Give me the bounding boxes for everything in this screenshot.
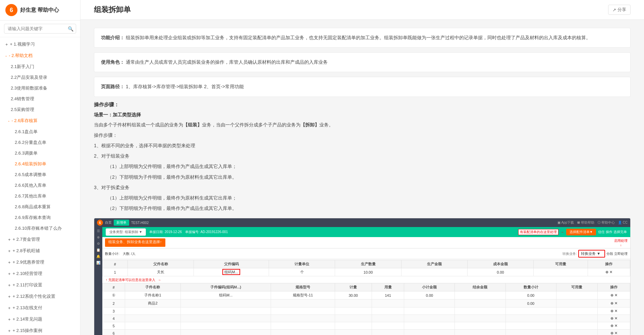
share-button[interactable]: ↗ 分享 xyxy=(608,5,631,15)
sidebar-item-cost-calc[interactable]: 2.6.8商品成本重算 xyxy=(0,202,80,212)
sidebar-item-sales[interactable]: 2.4销售管理 xyxy=(0,94,80,104)
sidebar-item-stocktake[interactable]: 2.6.1盘点单 xyxy=(0,126,80,137)
sidebar-item-other-in[interactable]: 2.6.6其他入库单 xyxy=(0,180,80,191)
plus-icon: + xyxy=(5,42,8,47)
annotation-4: ↑ 无固定清单可以任意在这里录入 xyxy=(106,278,155,282)
mock-header-bar: 业务类型: 组装拆卸 ▼ 单据日期: 2019-12-26 单据编号: AD-2… xyxy=(102,227,630,237)
path-text: 1、库存核算->库存管理->组装拆卸单 2、首页->常用功能 xyxy=(126,84,244,89)
sidebar-item-docs[interactable]: - - 2.帮助文档 xyxy=(0,50,80,61)
sidebar-item-faq[interactable]: + + 2.14常见问题 xyxy=(0,314,80,325)
step-2-1: （1）上部明细为父件明细，最终作为产成品生成其它入库单； xyxy=(94,162,631,171)
ops-steps-title: 操作步骤： xyxy=(94,131,631,139)
share-icon: ↗ xyxy=(612,7,616,12)
plus-icon-custom: + xyxy=(8,294,11,299)
sidebar-item-coupon[interactable]: + + 2.9优惠券管理 xyxy=(0,257,80,268)
table-row: 5⊕ ✕ xyxy=(103,322,630,330)
sidebar-item-mobile[interactable]: + + 2.8手机旺辅 xyxy=(0,245,80,257)
step-3: 3、对于拆柔业务 xyxy=(94,183,631,192)
intro-text: 组装拆卸单用来处理企业组装或拆卸等加工业务，支持有固定装配清单的产品加工业务，也… xyxy=(126,35,591,40)
sidebar-item-video[interactable]: + + 1.视频学习 xyxy=(0,39,80,50)
sidebar-item-new[interactable]: 2.1新手入门 xyxy=(0,61,80,72)
mock-logo: 6 xyxy=(97,220,103,226)
sidebar-item-inventory[interactable]: - - 2.6库存核算 xyxy=(0,115,80,126)
table-row: 6⊕ ✕ xyxy=(103,330,630,335)
role-label: 使用角色： xyxy=(101,59,124,65)
table-row: 1 天长 组码M... 个 10.00 0.00 ⊕ ✕ xyxy=(103,268,630,276)
mock-child-table: # 子件名称 子件编码(组码M...) 规格型号 计量 用量 小计金额 结余金额… xyxy=(102,283,630,335)
mock-top-nav: 6 自页 新增单 TEST-H002 ▣ App下载 ☎ 帮助帮助 ◎ 帮助中心… xyxy=(94,218,630,227)
plus-icon-cases: + xyxy=(8,328,11,333)
step-3-2: （2）下部明细为子件明细，最终作为产成品生成其它入库单。 xyxy=(94,204,631,213)
sidebar-item-stock-err[interactable]: 2.6.10库存账本错了么办 xyxy=(0,223,80,234)
step-3-1: （1）上部明细为父件明细，最终作为原材料生成其它出库单； xyxy=(94,194,631,202)
plus-icon-faq: + xyxy=(8,317,11,322)
step-1: 1、根据不同的业务，选择不同单据的类型来处理 xyxy=(94,142,631,150)
mock-parent-table: # 父件名称 父件编码 计量单位 生产数量 生产金额 成本金额 可用量 操作 xyxy=(102,260,630,276)
mock-main-area: 业务类型: 组装拆卸 ▼ 单据日期: 2019-12-26 单据编号: AD-2… xyxy=(102,227,630,335)
scene1-desc: 当由多个子件材料组装成一个成品的业务为【组装】业务，当由一个父件拆分成多个子产品… xyxy=(94,121,631,129)
nav-section: + + 1.视频学习 - - 2.帮助文档 2.1新手入门 2.2产品安装及登录… xyxy=(0,37,80,335)
plus-icon-online-pay: + xyxy=(8,305,11,311)
sidebar-header: 6 好生意 帮助中心 xyxy=(0,0,80,20)
sidebar-item-purchase[interactable]: 2.5采购管理 xyxy=(0,104,80,115)
step-2: 2、对于组装业务 xyxy=(94,152,631,160)
minus-icon-inventory: - xyxy=(8,118,9,123)
sidebar: 6 好生意 帮助中心 🔍 + + 1.视频学习 - - 2.帮助文档 2.1新手… xyxy=(0,0,80,335)
table-row: 3⊕ ✕ xyxy=(103,308,630,315)
sidebar-item-custom[interactable]: + + 2.12系统个性化设置 xyxy=(0,291,80,302)
mock-content-area: ☰ ⊕ ⚙ 📋 🔔 📊 业务类型: 组装拆卸 ▼ 单据日期: 2019-12-2… xyxy=(94,227,630,335)
sidebar-item-operation[interactable]: + + 2.10经营管理 xyxy=(0,268,80,279)
plus-icon-finance: + xyxy=(8,237,11,242)
page-title: 组装拆卸单 xyxy=(94,5,131,15)
role-block: 使用角色： 通常由生产人员或库管人员完成拆装业务的操作，库管人员确认原材料的出库… xyxy=(94,52,631,72)
sidebar-item-install[interactable]: 2.2产品安装及登录 xyxy=(0,72,80,83)
sidebar-item-adjust[interactable]: 2.6.3调拨单 xyxy=(0,148,80,159)
mock-left-icons: ☰ ⊕ ⚙ 📋 🔔 📊 xyxy=(94,227,102,335)
plus-icon-print: + xyxy=(8,283,11,288)
table-row: 4⊕ ✕ xyxy=(103,315,630,322)
annotation-4-area: ↑ 无固定清单可以任意在这里录入 ← xyxy=(102,277,630,283)
mock-form-fields: 数量小计: 大数: /人 转换业务: 转换业务 ▼ 分段 立即处理 xyxy=(102,248,630,259)
app-name: 好生意 帮助中心 xyxy=(20,7,59,14)
main-content: 组装拆卸单 ↗ 分享 功能介绍： 组装拆卸单用来处理企业组装或拆卸等加工业务，支… xyxy=(80,0,644,335)
path-label: 页面路径： xyxy=(101,84,124,89)
mock-sub-toolbar: 组装业务、拆卸业务在这里选择↑ 启用处理 ↓ xyxy=(102,237,630,248)
minus-icon: - xyxy=(5,53,7,58)
top-bar: 组装拆卸单 ↗ 分享 xyxy=(80,0,644,20)
sidebar-item-stock-check[interactable]: 2.6.9库存账本查询 xyxy=(0,212,80,223)
search-icon[interactable]: 🔍 xyxy=(68,26,73,32)
role-text: 通常由生产人员或库管人员完成拆装业务的操作，库管人员确认原材料的出库和产成品的入… xyxy=(126,59,328,65)
mock-btn-config: 选择配件清单▼ xyxy=(566,229,596,235)
mock-child-table-area: # 子件名称 子件编码(组码M...) 规格型号 计量 用量 小计金额 结余金额… xyxy=(102,283,630,335)
intro-label: 功能介绍： xyxy=(101,35,124,40)
content-body: 功能介绍： 组装拆卸单用来处理企业组装或拆卸等加工业务，支持有固定装配清单的产品… xyxy=(80,20,644,335)
sidebar-item-cases[interactable]: + + 2.15操作案例 xyxy=(0,325,80,335)
plus-icon-mobile: + xyxy=(8,248,11,254)
mock-parent-table-area: # 父件名称 父件编码 计量单位 生产数量 生产金额 成本金额 可用量 操作 xyxy=(102,259,630,277)
table-row: 2 商品2 0.00 ⊕ xyxy=(103,299,630,308)
sidebar-item-other-out[interactable]: 2.6.7其他出库单 xyxy=(0,191,80,202)
screenshot-mockup: 6 自页 新增单 TEST-H002 ▣ App下载 ☎ 帮助帮助 ◎ 帮助中心… xyxy=(94,218,631,335)
sidebar-item-partial[interactable]: 2.6.2分量盘点单 xyxy=(0,137,80,148)
sidebar-item-cost[interactable]: 2.6.5成本调整单 xyxy=(0,169,80,180)
sidebar-item-data[interactable]: 2.3使用前数据准备 xyxy=(0,83,80,94)
search-box: 🔍 xyxy=(0,20,80,37)
scene1-title: 场景一：加工类型选择 xyxy=(94,112,631,118)
sidebar-item-print[interactable]: + + 2.11打印设置 xyxy=(0,279,80,291)
logo-icon: 6 xyxy=(5,4,17,16)
sidebar-item-assembly[interactable]: 2.6.4组装拆卸单 xyxy=(0,159,80,169)
intro-block: 功能介绍： 组装拆卸单用来处理企业组装或拆卸等加工业务，支持有固定装配清单的产品… xyxy=(94,28,631,48)
table-row: ① 子件名称1 组码M... 规格型号-11 30.00 141 0.00 0.… xyxy=(103,291,630,299)
search-input[interactable] xyxy=(4,24,76,34)
step-2-2: （2）下部明细为子件明细，最终作为原材料生成其它出库单。 xyxy=(94,173,631,181)
sidebar-item-online-pay[interactable]: + + 2.13在线支付 xyxy=(0,302,80,314)
ops-title: 操作步骤： xyxy=(94,102,631,108)
path-block: 页面路径： 1、库存核算->库存管理->组装拆卸单 2、首页->常用功能 xyxy=(94,77,631,97)
sidebar-item-finance[interactable]: + + 2.7资金管理 xyxy=(0,234,80,245)
plus-icon-operation: + xyxy=(8,271,11,276)
annotation-1-text: 有装配清单的在这里处理 xyxy=(518,229,558,235)
plus-icon-coupon: + xyxy=(8,260,11,265)
